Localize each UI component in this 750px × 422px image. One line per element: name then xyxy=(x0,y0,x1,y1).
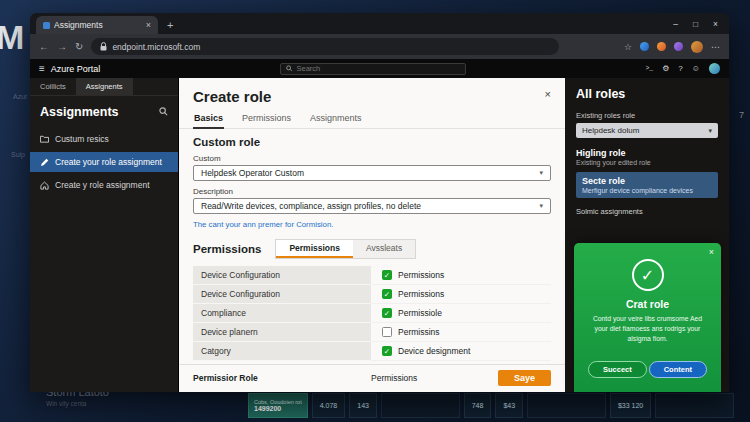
tab-basics[interactable]: Basics xyxy=(193,110,224,129)
permission-category: Compliance xyxy=(193,304,371,323)
sidebar-item-create-role-assignment[interactable]: Create your role assignment xyxy=(30,152,178,172)
desktop-background: M Azur Suip 7 Storm Latoto Win vity cent… xyxy=(0,0,750,422)
dialog-header: Create role × xyxy=(179,78,565,107)
tab-assignments[interactable]: Assignments xyxy=(309,110,363,128)
footer-permissions-label: Permissions xyxy=(371,373,498,383)
portal-header-icons: >_ ⚙ ? ☺ xyxy=(645,63,720,74)
portal-search[interactable] xyxy=(280,63,466,75)
permission-option: Permissins xyxy=(371,323,551,342)
content-button[interactable]: Content xyxy=(649,361,707,378)
table-row: Catgory ✓ Device designment xyxy=(193,342,551,361)
portal-search-input[interactable] xyxy=(296,64,459,73)
sidebar-search-icon[interactable] xyxy=(159,105,168,119)
tab-close-icon[interactable]: × xyxy=(146,20,151,30)
dialog-close-icon[interactable]: × xyxy=(545,88,551,100)
pencil-icon xyxy=(40,158,49,167)
checkbox-unchecked[interactable] xyxy=(382,327,392,337)
settings-gear-icon[interactable]: ⚙ xyxy=(662,64,669,73)
favorites-star-icon[interactable]: ☆ xyxy=(624,42,632,52)
browser-tab[interactable]: Assignments × xyxy=(36,16,158,34)
sidebar-item-create-y-role-assignment[interactable]: Create y role assignment xyxy=(30,175,178,195)
forward-button[interactable]: → xyxy=(57,41,67,52)
browser-menu-icon[interactable]: ⋯ xyxy=(711,42,720,52)
permission-label: Permissiole xyxy=(398,308,442,318)
stat-cell: 4.078 xyxy=(312,393,346,418)
sidebar: Coillicts Assignents Assignments Custum … xyxy=(30,78,178,392)
checkbox-checked[interactable]: ✓ xyxy=(382,346,392,356)
all-roles-panel: All roles Existing roles role Helpdesk d… xyxy=(565,78,729,392)
assignments-footer-label: Solmic assignments xyxy=(576,207,718,216)
portal-account-avatar[interactable] xyxy=(709,63,720,74)
sidebar-tab-conflicts[interactable]: Coillicts xyxy=(30,78,76,95)
higling-role-subtitle: Existing your edited role xyxy=(576,159,718,166)
extension-icon[interactable] xyxy=(657,42,666,51)
home-icon xyxy=(40,181,49,190)
dialog-title: Create role xyxy=(193,88,271,105)
permissions-heading: Permissions xyxy=(193,243,261,255)
custom-role-value: Helpdesk Operator Custom xyxy=(201,168,304,178)
portal-title: Azure Portal xyxy=(51,64,101,74)
checkbox-checked[interactable]: ✓ xyxy=(382,270,392,280)
description-dropdown[interactable]: Read/Write devices, compliance, assign p… xyxy=(193,198,551,214)
permissions-tab-permissions[interactable]: Permissions xyxy=(276,240,353,258)
browser-profile-avatar[interactable] xyxy=(691,41,703,53)
sidebar-header: Assignments xyxy=(30,96,178,126)
sidebar-tab-assignments[interactable]: Assignents xyxy=(76,78,133,95)
minimize-button[interactable]: – xyxy=(673,19,678,29)
permission-option: ✓ Permissiole xyxy=(371,304,551,323)
permission-option: ✓ Permissions xyxy=(371,285,551,304)
feedback-icon[interactable]: ☺ xyxy=(692,64,700,73)
extension-icon[interactable] xyxy=(674,42,683,51)
stat-cell: 748 xyxy=(464,393,492,418)
portal-content: Coillicts Assignents Assignments Custum … xyxy=(30,78,729,392)
table-row: Device planern Permissins xyxy=(193,323,551,342)
maximize-button[interactable]: □ xyxy=(693,19,698,29)
checkbox-checked[interactable]: ✓ xyxy=(382,289,392,299)
portal-header: ≡ Azure Portal >_ ⚙ ? ☺ xyxy=(30,59,729,78)
dialog-tabs: Basics Permissions Assignments xyxy=(179,107,565,129)
custom-role-dropdown[interactable]: Helpdesk Operator Custom ▾ xyxy=(193,165,551,181)
permissions-tab-bar: Permissions Avssleats xyxy=(275,239,416,259)
permission-label: Device designment xyxy=(398,346,470,356)
desktop-corner-letter: M xyxy=(0,18,24,57)
permissions-table: Device Configuration ✓ Permissions Devic… xyxy=(193,266,551,364)
toast-buttons: Succect Content xyxy=(583,361,712,378)
close-window-button[interactable]: × xyxy=(713,19,718,29)
refresh-button[interactable]: ↻ xyxy=(75,41,83,52)
permission-category: Catgory xyxy=(193,342,371,361)
background-window-label: Azur xyxy=(13,93,27,100)
tab-permissions[interactable]: Permissions xyxy=(241,110,292,128)
help-icon[interactable]: ? xyxy=(678,64,682,73)
save-button[interactable]: Saye xyxy=(498,370,551,386)
chevron-down-icon: ▾ xyxy=(708,127,712,135)
success-toast: × ✓ Crat role Contd your veire libs crum… xyxy=(574,243,721,392)
stat-cell: Cobs, Ooudoien rot 1499200 xyxy=(248,393,308,418)
address-bar[interactable]: endpoint.microsoft.com xyxy=(91,38,559,55)
permissions-help-link[interactable]: The cant your ann premer for Cormision. xyxy=(193,220,551,229)
desktop-user-subtitle: Win vity centa xyxy=(46,400,109,407)
lock-icon xyxy=(100,42,107,51)
back-button[interactable]: ← xyxy=(39,41,49,52)
permission-category: Device Configuration xyxy=(193,266,371,285)
copilot-icon[interactable] xyxy=(640,42,649,51)
sidebar-title: Assignments xyxy=(40,105,119,119)
browser-window: Assignments × + – □ × ← → ↻ endpoint.mic… xyxy=(30,13,729,392)
tab-title: Assignments xyxy=(54,20,103,30)
existing-roles-dropdown[interactable]: Helpdesk dolum ▾ xyxy=(576,123,718,138)
permissions-section-header: Permissions Permissions Avssleats xyxy=(179,229,565,259)
succect-button[interactable]: Succect xyxy=(588,361,647,378)
toast-close-icon[interactable]: × xyxy=(709,247,714,257)
permissions-tab-avssleats[interactable]: Avssleats xyxy=(353,240,415,258)
sidebar-item-custom-roles[interactable]: Custum resics xyxy=(30,129,178,149)
selected-role-item[interactable]: Secte role Merfigur device compliance de… xyxy=(576,172,718,198)
toast-body-text: Contd your veire libs crumsome Aed your … xyxy=(583,314,712,345)
sidebar-item-label: Create y role assignment xyxy=(55,180,150,190)
browser-toolbar-icons: ☆ ⋯ xyxy=(624,41,720,53)
new-tab-button[interactable]: + xyxy=(167,19,173,31)
checkbox-checked[interactable]: ✓ xyxy=(382,308,392,318)
footer-role-label: Permissior Role xyxy=(193,373,371,383)
existing-roles-value: Helpdesk dolum xyxy=(582,126,639,135)
portal-menu-icon[interactable]: ≡ xyxy=(39,63,45,74)
stat-filler xyxy=(381,393,460,418)
cloudshell-icon[interactable]: >_ xyxy=(645,65,653,72)
